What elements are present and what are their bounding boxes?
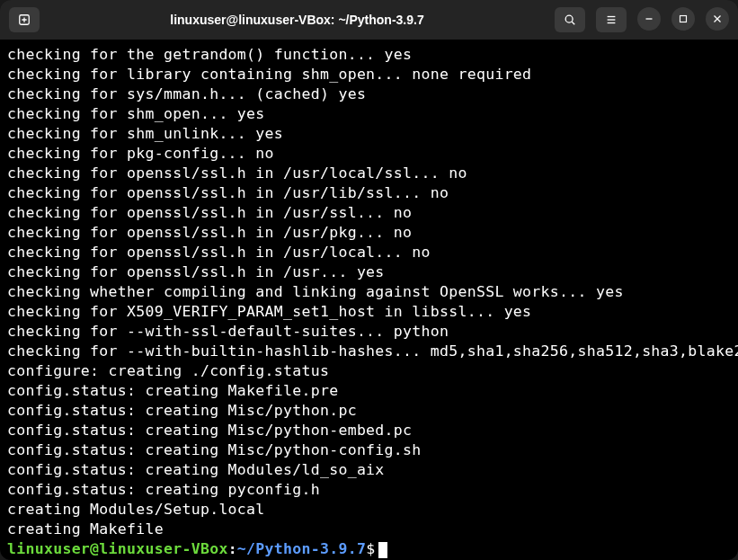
- terminal-line: checking for shm_unlink... yes: [7, 124, 731, 144]
- minimize-button[interactable]: [637, 7, 661, 31]
- maximize-button[interactable]: [671, 7, 695, 31]
- terminal-line: checking for library containing shm_open…: [7, 65, 731, 84]
- window-title: linuxuser@linuxuser-VBox: ~/Python-3.9.7: [40, 13, 555, 27]
- terminal-line: creating Modules/Setup.local: [7, 500, 731, 520]
- terminal-line: config.status: creating Makefile.pre: [7, 381, 731, 401]
- prompt-colon: :: [228, 540, 237, 557]
- close-button[interactable]: [706, 7, 729, 31]
- terminal-line: config.status: creating Misc/python.pc: [7, 401, 731, 421]
- titlebar-left: [9, 7, 40, 32]
- terminal-line: checking for openssl/ssl.h in /usr/local…: [7, 243, 731, 262]
- titlebar-right: [555, 7, 729, 32]
- menu-button[interactable]: [596, 7, 627, 32]
- cursor-icon: [378, 542, 387, 558]
- new-tab-button[interactable]: [9, 7, 40, 32]
- terminal-line: config.status: creating pyconfig.h: [7, 480, 731, 500]
- terminal-line: checking for openssl/ssl.h in /usr/pkg..…: [7, 223, 731, 243]
- terminal-line: config.status: creating Modules/ld_so_ai…: [7, 460, 731, 480]
- svg-point-3: [565, 15, 573, 22]
- prompt-dollar: $: [366, 540, 375, 557]
- terminal-line: checking for --with-ssl-default-suites..…: [7, 322, 731, 342]
- terminal-line: checking for the getrandom() function...…: [7, 45, 731, 65]
- terminal-line: configure: creating ./config.status: [7, 361, 731, 381]
- terminal-line: checking whether compiling and linking a…: [7, 282, 731, 302]
- prompt-line: linuxuser@linuxuser-VBox:~/Python-3.9.7$: [7, 539, 731, 559]
- terminal-line: checking for --with-builtin-hashlib-hash…: [7, 342, 731, 361]
- terminal-line: checking for X509_VERIFY_PARAM_set1_host…: [7, 302, 731, 322]
- terminal-line: checking for openssl/ssl.h in /usr/ssl..…: [7, 203, 731, 223]
- terminal-line: checking for shm_open... yes: [7, 104, 731, 124]
- terminal-line: checking for openssl/ssl.h in /usr/local…: [7, 164, 731, 183]
- terminal-line: creating Makefile: [7, 520, 731, 539]
- terminal-line: checking for openssl/ssl.h in /usr/lib/s…: [7, 183, 731, 203]
- terminal-output[interactable]: checking for the getrandom() function...…: [0, 40, 738, 560]
- terminal-line: checking for sys/mman.h... (cached) yes: [7, 84, 731, 104]
- svg-rect-9: [680, 16, 687, 22]
- titlebar: linuxuser@linuxuser-VBox: ~/Python-3.9.7: [0, 0, 738, 40]
- terminal-line: checking for pkg-config... no: [7, 144, 731, 164]
- terminal-line: checking for openssl/ssl.h in /usr... ye…: [7, 262, 731, 282]
- prompt-path: ~/Python-3.9.7: [237, 540, 366, 557]
- search-button[interactable]: [555, 7, 585, 32]
- terminal-line: config.status: creating Misc/python-conf…: [7, 440, 731, 460]
- prompt-user: linuxuser@linuxuser-VBox: [7, 540, 228, 557]
- terminal-line: config.status: creating Misc/python-embe…: [7, 421, 731, 440]
- svg-line-4: [572, 22, 574, 24]
